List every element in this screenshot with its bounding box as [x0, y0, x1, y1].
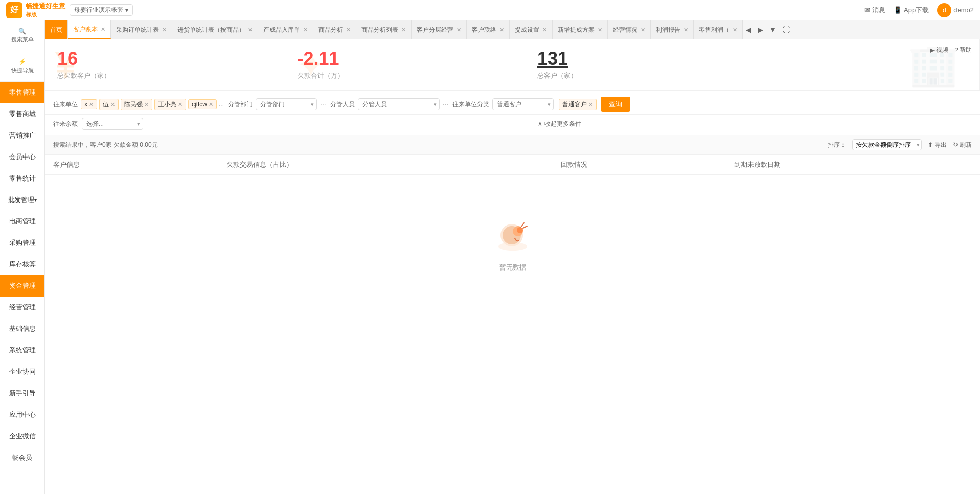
filter-tag-wu-close[interactable]: ✕: [110, 101, 115, 108]
filter-balance-select[interactable]: 选择...: [82, 118, 143, 130]
tab-new-commission-label: 新增提成方案: [558, 26, 595, 34]
shop-selector[interactable]: 母婴行业演示帐套 ▾: [70, 4, 133, 16]
tab-purchase-order[interactable]: 采购订单统计表 ✕: [111, 20, 172, 39]
video-label: 视频: [936, 46, 948, 54]
tab-commission-settings-close[interactable]: ✕: [542, 27, 547, 33]
tab-customer-book-close[interactable]: ✕: [101, 26, 105, 33]
search-menu-label: 搜索菜单: [6, 36, 38, 43]
tab-inbound-stats[interactable]: 进货单统计表（按商品） ✕: [172, 20, 258, 39]
sidebar-item-newbie[interactable]: 新手引导: [0, 383, 44, 404]
topbar-left: 好 畅捷通好生意 标版 母婴行业演示帐套 ▾: [6, 2, 133, 18]
sidebar-item-marketing[interactable]: 营销推广: [0, 125, 44, 146]
filter-more-btn[interactable]: ...: [219, 101, 224, 108]
search-menu-btn[interactable]: 🔍 搜索菜单: [4, 26, 40, 46]
tab-commission-settings[interactable]: 提成设置 ✕: [510, 20, 553, 39]
filter-category-tag-text: 普通客户: [562, 100, 587, 109]
tab-customer-segment[interactable]: 客户分层经营 ✕: [412, 20, 467, 39]
tab-nav-left[interactable]: ◀: [743, 26, 755, 34]
app-download-btn[interactable]: 📱 App下载: [894, 6, 929, 15]
sidebar-item-retail-mgmt[interactable]: 零售管理: [0, 82, 44, 103]
tab-profit-report-label: 利润报告: [656, 26, 680, 34]
tab-customer-book[interactable]: 客户账本 ✕: [68, 20, 111, 39]
tab-product-inbound-close[interactable]: ✕: [303, 27, 308, 33]
refresh-label: 刷新: [960, 141, 972, 149]
tab-customer-contact[interactable]: 客户联络 ✕: [467, 20, 510, 39]
quick-nav-icon: ⚡: [18, 58, 26, 65]
filter-category-tag-close[interactable]: ✕: [588, 101, 593, 108]
filter-tag-chen-close[interactable]: ✕: [144, 101, 149, 108]
tab-operations-status-close[interactable]: ✕: [641, 27, 645, 33]
tab-profit-report[interactable]: 利润报告 ✕: [651, 20, 694, 39]
tab-goods-analysis-label: 商品分析: [318, 26, 343, 34]
quick-nav-label: 快捷导航: [2, 66, 42, 74]
stat-customers-number: 16: [57, 50, 272, 68]
filter-group-unit: 往来单位 x ✕ 伍 ✕ 陈民强 ✕: [53, 99, 224, 110]
filter-tag-wang-close[interactable]: ✕: [178, 101, 183, 108]
message-label: 消息: [872, 6, 885, 15]
tab-home-label: 首页: [50, 26, 62, 34]
tab-goods-analysis-close[interactable]: ✕: [346, 27, 351, 33]
stat-block-debt: ✦ -2.11 欠款合计（万）: [285, 39, 526, 90]
tab-nav-right[interactable]: ▶: [755, 26, 766, 34]
video-link[interactable]: ▶ 视频: [930, 46, 948, 54]
filter-person-select[interactable]: 分管人员: [358, 98, 440, 110]
sort-select[interactable]: 按欠款金额倒序排序: [852, 139, 922, 150]
tab-goods-analysis-list-close[interactable]: ✕: [401, 27, 406, 33]
tab-nav-menu[interactable]: ▼: [766, 26, 780, 34]
tab-retail-profit[interactable]: 零售利润（ ✕: [694, 20, 743, 39]
tab-inbound-stats-close[interactable]: ✕: [248, 27, 253, 33]
message-btn[interactable]: ✉ 消息: [864, 6, 885, 15]
filter-category-wrap: 普通客户: [492, 98, 554, 110]
sidebar-item-retail-mall[interactable]: 零售商城: [0, 103, 44, 125]
col-debt-info: 欠款交易信息（占比）: [218, 155, 553, 175]
tab-customer-contact-label: 客户联络: [472, 26, 496, 34]
collapse-btn[interactable]: ∧ 收起更多条件: [538, 120, 581, 128]
filter-category-select[interactable]: 普通客户: [492, 98, 554, 110]
tab-new-commission-close[interactable]: ✕: [598, 27, 602, 33]
tab-retail-profit-close[interactable]: ✕: [733, 27, 737, 33]
sidebar-item-retail-stats[interactable]: 零售统计: [0, 168, 44, 189]
help-link[interactable]: ? 帮助: [954, 46, 972, 54]
filter-tag-wu-text: 伍: [103, 100, 109, 109]
filter-dept-dots[interactable]: ···: [320, 100, 326, 108]
filter-tag-unit-x-close[interactable]: ✕: [89, 101, 94, 108]
filter-tag-chen-text: 陈民强: [124, 100, 143, 109]
tab-purchase-order-close[interactable]: ✕: [162, 27, 167, 33]
user-area[interactable]: d demo2: [937, 3, 974, 17]
sidebar-item-basic-info[interactable]: 基础信息: [0, 318, 44, 340]
quick-nav-btn[interactable]: ⚡ 快捷导航: [0, 54, 44, 78]
export-btn[interactable]: ⬆ 导出: [928, 141, 947, 149]
sidebar-item-purchase[interactable]: 采购管理: [0, 232, 44, 254]
sidebar-item-app-center[interactable]: 应用中心: [0, 404, 44, 425]
tab-new-commission[interactable]: 新增提成方案 ✕: [553, 20, 608, 39]
sidebar-item-operations[interactable]: 经营管理: [0, 297, 44, 318]
refresh-btn[interactable]: ↻ 刷新: [953, 141, 972, 149]
tab-profit-report-close[interactable]: ✕: [683, 27, 688, 33]
sidebar-item-inventory[interactable]: 库存核算: [0, 254, 44, 275]
tab-operations-status[interactable]: 经营情况 ✕: [608, 20, 651, 39]
sidebar-item-finance[interactable]: 资金管理: [0, 275, 44, 297]
sidebar-item-member-center[interactable]: 会员中心: [0, 146, 44, 168]
tab-fullscreen[interactable]: ⛶: [780, 26, 793, 34]
tab-customer-contact-close[interactable]: ✕: [499, 27, 504, 33]
table-header-row: 客户信息 欠款交易信息（占比） 回款情况 到期未放款日期: [45, 155, 980, 175]
filter-person-dots[interactable]: ···: [443, 100, 449, 108]
col-repayment: 回款情况: [553, 155, 726, 175]
filter-tag-cjttcw-close[interactable]: ✕: [209, 101, 213, 108]
logo-icon: 好: [6, 2, 22, 18]
sidebar-item-vip[interactable]: 畅会员: [0, 447, 44, 468]
filter-balance-wrap: 选择...: [82, 118, 143, 130]
tab-home[interactable]: 首页: [45, 20, 68, 39]
tab-goods-analysis-list-label: 商品分析列表: [361, 26, 398, 34]
sidebar-item-batch-mgmt[interactable]: 批发管理: [0, 189, 44, 211]
tab-customer-segment-close[interactable]: ✕: [457, 27, 461, 33]
sidebar-item-sys-mgmt[interactable]: 系统管理: [0, 340, 44, 361]
tab-goods-analysis-list[interactable]: 商品分析列表 ✕: [356, 20, 412, 39]
sidebar-item-enterprise[interactable]: 企业协同: [0, 361, 44, 383]
tab-goods-analysis[interactable]: 商品分析 ✕: [313, 20, 356, 39]
query-button[interactable]: 查询: [601, 97, 630, 112]
filter-dept-select[interactable]: 分管部门: [256, 98, 317, 110]
sidebar-item-ecommerce[interactable]: 电商管理: [0, 211, 44, 232]
tab-product-inbound[interactable]: 产成品入库单 ✕: [258, 20, 313, 39]
sidebar-item-wechat[interactable]: 企业微信: [0, 425, 44, 447]
